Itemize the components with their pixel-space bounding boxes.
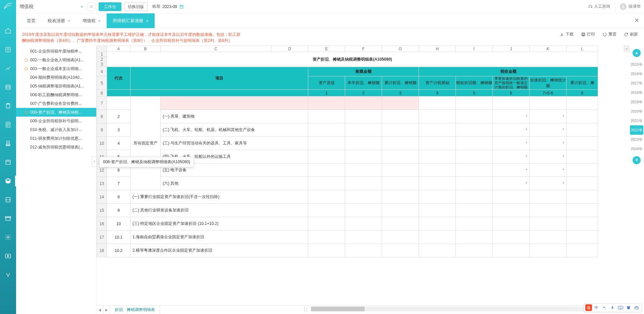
- consult-button[interactable]: 人工咨询: [588, 4, 610, 9]
- list-toggle-button[interactable]: [87, 2, 96, 11]
- report-tree-item[interactable]: 006-职工薪酬纳税调整明细...: [16, 90, 96, 99]
- sheet-split-handle[interactable]: [304, 307, 307, 312]
- reset-button[interactable]: 重置: [602, 32, 616, 37]
- report-tree-item[interactable]: 004-期间费用明细表(A1040...: [16, 73, 96, 82]
- svg-rect-3: [6, 160, 10, 165]
- close-all-icon[interactable]: ✕: [634, 17, 639, 24]
- horizontal-scrollbar[interactable]: [311, 307, 628, 311]
- tree-collapse-button[interactable]: [92, 156, 97, 167]
- year-item[interactable]: 2017年: [630, 78, 643, 88]
- years-down-icon[interactable]: [633, 156, 641, 164]
- spreadsheet[interactable]: » ABCDEFGHIJKL1资产折旧、摊销及纳税调整明细表(A105080)2…: [97, 46, 629, 305]
- nav-home-icon[interactable]: [5, 27, 11, 34]
- workspace-button[interactable]: 工作台: [99, 2, 121, 11]
- nav-ledger-icon[interactable]: [5, 46, 11, 53]
- nav-transfer-icon[interactable]: [5, 196, 11, 203]
- sheet-expand-icon[interactable]: »: [624, 46, 629, 52]
- report-tree-item[interactable]: 003-一般企业成本支出明细...: [16, 64, 96, 73]
- year-item[interactable]: 2015年: [630, 60, 643, 69]
- notice-row: 2019年度涉及取以前年度结转数据的申报表单元格需要手工维护正确，才能保证本年及…: [16, 28, 644, 46]
- module-selector[interactable]: 增值税: [19, 4, 87, 10]
- close-icon[interactable]: ×: [98, 18, 101, 23]
- report-tree-item[interactable]: 008-资产折旧、摊销及纳税...: [16, 108, 96, 117]
- app-logo-icon: [3, 1, 13, 11]
- nav-calendar-icon[interactable]: [5, 159, 11, 166]
- report-tree-item[interactable]: 001-企业所得税年度纳税申...: [16, 47, 96, 56]
- ime-logo-icon[interactable]: S: [585, 304, 592, 311]
- report-tree: 001-企业所得税年度纳税申...002-一般企业收入明细表(A1...003-…: [16, 46, 97, 314]
- sheet-tabs-bar: ◄ ► 折旧、摊销调整明细表: [97, 305, 629, 314]
- ime-voice-icon[interactable]: [609, 304, 616, 311]
- year-item[interactable]: 2024年: [630, 144, 643, 153]
- nav-settings-icon[interactable]: [5, 234, 11, 241]
- toolbar-actions: 下载 打印 重置 刷新: [559, 32, 638, 37]
- content-body: 001-企业所得税年度纳税申...002-一般企业收入明细表(A1...003-…: [16, 46, 644, 314]
- svg-rect-18: [635, 307, 639, 309]
- svg-rect-17: [618, 306, 623, 309]
- chevron-down-icon: [80, 5, 84, 9]
- nav-stamp-icon[interactable]: [5, 140, 11, 147]
- print-button[interactable]: 打印: [581, 32, 595, 37]
- year-item[interactable]: 2016年: [630, 69, 643, 78]
- svg-point-9: [623, 5, 624, 7]
- year-item[interactable]: 2020年: [630, 107, 643, 116]
- report-tree-item[interactable]: 009-企业所得税弥补亏损明...: [16, 117, 96, 125]
- year-item[interactable]: 2023年: [630, 135, 643, 144]
- year-item[interactable]: 2021年: [630, 116, 643, 125]
- left-nav-rail: [0, 0, 16, 314]
- tree-item-tooltip: 008-资产折旧、摊销及纳税调整明细表(A105080): [99, 157, 194, 167]
- page-tab[interactable]: 增值税×: [76, 13, 107, 28]
- main-area: 增值税 工作台 切换旧版 账期 2023-09 人工咨询 徐泽华 首页税表清册×…: [16, 0, 644, 314]
- year-sidebar: 2015年2016年2017年2018年2019年2020年2021年2022年…: [629, 46, 644, 314]
- download-button[interactable]: 下载: [559, 32, 574, 37]
- spreadsheet-area: » ABCDEFGHIJKL1资产折旧、摊销及纳税调整明细表(A105080)2…: [97, 46, 629, 314]
- sheet-tab-next-icon[interactable]: ►: [103, 306, 110, 314]
- nav-funds-icon[interactable]: [5, 84, 11, 90]
- ime-keyboard-icon[interactable]: [617, 304, 624, 311]
- year-item[interactable]: 2019年: [630, 97, 643, 107]
- year-item[interactable]: 2022年: [630, 125, 643, 135]
- close-icon[interactable]: ×: [68, 18, 70, 23]
- svg-point-6: [7, 237, 9, 238]
- sheet-tab-active[interactable]: 折旧、摊销调整明细表: [110, 306, 160, 314]
- period-value[interactable]: 2023-09: [162, 4, 177, 9]
- nav-video-icon[interactable]: [5, 253, 11, 259]
- refresh-button[interactable]: 刷新: [624, 32, 638, 37]
- app-root: 增值税 工作台 切换旧版 账期 2023-09 人工咨询 徐泽华 首页税表清册×…: [0, 0, 644, 314]
- warning-notice: 2019年度涉及取以前年度结转数据的申报表单元格需要手工维护正确，才能保证本年及…: [22, 32, 244, 44]
- page-tab[interactable]: 首页: [21, 13, 42, 28]
- nav-archive-icon[interactable]: [5, 215, 11, 222]
- report-tree-item[interactable]: 010-免税、减计收入及加计...: [16, 125, 96, 134]
- ime-lang[interactable]: 中: [593, 304, 600, 311]
- user-menu[interactable]: 徐泽华: [615, 2, 641, 11]
- ime-toolbar[interactable]: S 中 •,: [584, 303, 642, 312]
- ime-punct-icon[interactable]: •,: [601, 304, 608, 311]
- scroll-thumb[interactable]: [311, 307, 365, 311]
- page-tabs: 首页税表清册×增值税×所得税汇算清缴× ✕: [16, 13, 644, 28]
- years-up-icon[interactable]: [633, 49, 641, 57]
- close-icon[interactable]: ×: [146, 18, 149, 23]
- svg-rect-16: [612, 306, 613, 308]
- top-bar: 增值税 工作台 切换旧版 账期 2023-09 人工咨询 徐泽华: [16, 0, 644, 13]
- module-name: 增值税: [19, 4, 34, 10]
- report-tree-item[interactable]: 011-研发费用加计扣除优惠...: [16, 134, 96, 143]
- switch-old-button[interactable]: 切换旧版: [124, 2, 148, 11]
- year-item[interactable]: 2018年: [630, 88, 643, 97]
- nav-tax-icon[interactable]: [5, 178, 11, 184]
- report-tree-item[interactable]: 012-减免所得税优惠明细表(...: [16, 143, 96, 151]
- report-tree-item[interactable]: 007-广告费和业务宣传费跨...: [16, 99, 96, 108]
- nav-clipboard-icon[interactable]: [5, 103, 11, 109]
- report-tree-item[interactable]: 002-一般企业收入明细表(A1...: [16, 56, 96, 64]
- page-tab[interactable]: 税表清册×: [42, 13, 76, 28]
- sheet-tab-prev-icon[interactable]: ◄: [97, 306, 103, 314]
- ime-toolbox-icon[interactable]: [633, 304, 640, 311]
- nav-v-icon[interactable]: [5, 271, 11, 278]
- ime-skin-icon[interactable]: [625, 304, 632, 311]
- nav-chart-icon[interactable]: [5, 65, 11, 72]
- period-label: 账期: [152, 4, 160, 9]
- nav-report-icon[interactable]: [5, 121, 11, 128]
- report-tree-item[interactable]: 005-纳税调整项目明细表(A1...: [16, 82, 96, 90]
- user-name: 徐泽华: [629, 4, 641, 9]
- calendar-icon[interactable]: [179, 4, 184, 9]
- page-tab[interactable]: 所得税汇算清缴×: [107, 13, 155, 28]
